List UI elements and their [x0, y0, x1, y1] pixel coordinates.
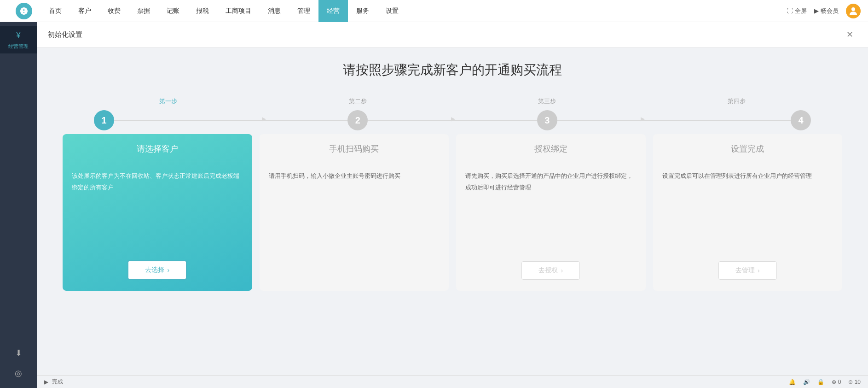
- step-4-circle: 4: [791, 110, 811, 130]
- nav-customer[interactable]: 客户: [70, 0, 99, 22]
- svg-point-0: [851, 7, 855, 11]
- steps-header: 第一步 1 ▶ 第二步 2: [55, 97, 850, 130]
- arrow-2: ▶: [451, 116, 455, 122]
- nav-manage[interactable]: 管理: [289, 0, 318, 22]
- fullscreen-icon: ⛶: [787, 7, 793, 14]
- step-1-btn-arrow: ›: [167, 266, 169, 274]
- step-3-header: 第三步 3 ▶: [452, 97, 642, 130]
- nav-service[interactable]: 服务: [348, 0, 377, 22]
- nav-settings[interactable]: 设置: [377, 0, 407, 22]
- step-3-card: 授权绑定 请先购买，购买后选择开通的产品中的企业用户进行授权绑定，成功后即可进行…: [456, 134, 646, 291]
- nav-bookkeep[interactable]: 记账: [158, 0, 188, 22]
- step-4-btn-label: 去管理: [735, 266, 755, 275]
- step-1-card: 请选择客户 该处展示的客户为不在回收站、客户状态正常建账后完成老板端绑定的所有客…: [63, 134, 252, 291]
- step-2-header: 第二步 2 ▶: [263, 97, 453, 130]
- close-button[interactable]: ✕: [843, 28, 857, 41]
- top-nav: 首页 客户 收费 票据 记账 报税 工商项目 消息 管理 经营 服务 设置 ⛶ …: [0, 0, 868, 22]
- avatar[interactable]: [846, 4, 861, 18]
- bell-icon[interactable]: 🔔: [789, 379, 796, 385]
- step-4-card-body: 设置完成后可以在管理列表进行所有企业用户的经营管理: [653, 161, 843, 254]
- layout: ¥ 经营管理 ⬇ ◎ 初始化设置 ✕ 请按照步骤完成新客户的开通购买流程 第一步: [0, 22, 868, 388]
- sidebar-bottom: ⬇ ◎: [11, 346, 26, 381]
- step-1-card-footer: 去选择 ›: [63, 253, 252, 291]
- step-4-card: 设置完成 设置完成后可以在管理列表进行所有企业用户的经营管理 去管理 ›: [653, 134, 843, 291]
- nav-items: 首页 客户 收费 票据 记账 报税 工商项目 消息 管理 经营 服务 设置: [41, 0, 787, 22]
- arrow-1: ▶: [262, 116, 266, 122]
- status-text: 完成: [52, 378, 63, 386]
- nav-right: ⛶ 全屏 ▶ 畅会员: [787, 4, 861, 18]
- step-1-card-body: 该处展示的客户为不在回收站、客户状态正常建账后完成老板端绑定的所有客户: [63, 161, 252, 253]
- vip-btn[interactable]: ▶ 畅会员: [814, 7, 839, 15]
- step-3-card-footer: 去授权 ›: [456, 254, 646, 291]
- nav-message[interactable]: 消息: [260, 0, 289, 22]
- play-icon-status: ▶: [44, 379, 48, 385]
- cards-row: 请选择客户 该处展示的客户为不在回收站、客户状态正常建账后完成老板端绑定的所有客…: [55, 134, 850, 291]
- step-4-card-footer: 去管理 ›: [653, 254, 843, 291]
- step-1-header: 第一步 1 ▶: [74, 97, 263, 130]
- step-1-card-title: 请选择客户: [63, 134, 252, 161]
- step-2-card: 手机扫码购买 请用手机扫码，输入小微企业主账号密码进行购买: [260, 134, 449, 291]
- step-3-btn-arrow: ›: [561, 267, 563, 274]
- sidebar-item-label: 经营管理: [8, 43, 29, 50]
- page-header: 初始化设置 ✕: [37, 22, 868, 47]
- fullscreen-btn[interactable]: ⛶ 全屏: [787, 7, 807, 15]
- step-4-btn-arrow: ›: [758, 267, 760, 274]
- step-2-label: 第二步: [349, 97, 367, 106]
- nav-operate[interactable]: 经营: [318, 0, 348, 22]
- logo-icon: [16, 3, 32, 19]
- arrow-3: ▶: [641, 116, 645, 122]
- main-title: 请按照步骤完成新客户的开通购买流程: [55, 61, 850, 79]
- yuan-icon: ¥: [13, 30, 24, 41]
- status-bar: ▶ 完成 🔔 🔊 🔒 ⊕ 0 ⊙ 10: [37, 375, 868, 388]
- step-2-card-footer: [260, 272, 449, 291]
- logo: [7, 3, 41, 19]
- circle-count: ⊙ 10: [848, 379, 861, 385]
- vip-label: 畅会员: [821, 7, 839, 15]
- page-title: 初始化设置: [48, 30, 82, 39]
- step-4-header: 第四步 4: [642, 97, 832, 130]
- step-1-btn[interactable]: 去选择 ›: [127, 260, 187, 280]
- nav-charge[interactable]: 收费: [99, 0, 129, 22]
- step-3-card-title: 授权绑定: [456, 134, 646, 161]
- step-2-card-title: 手机扫码购买: [260, 134, 449, 161]
- step-4-btn[interactable]: 去管理 ›: [718, 261, 777, 280]
- nav-business[interactable]: 工商项目: [217, 0, 260, 22]
- status-right: 🔔 🔊 🔒 ⊕ 0 ⊙ 10: [789, 379, 861, 385]
- step-1-circle: 1: [94, 110, 114, 130]
- step-3-label: 第三步: [538, 97, 556, 106]
- nav-invoice[interactable]: 票据: [129, 0, 158, 22]
- fullscreen-label: 全屏: [795, 7, 807, 15]
- step-2-circle: 2: [347, 110, 368, 130]
- sidebar: ¥ 经营管理 ⬇ ◎: [0, 22, 37, 388]
- step-2-card-body: 请用手机扫码，输入小微企业主账号密码进行购买: [260, 161, 449, 272]
- step-4-label: 第四步: [728, 97, 746, 106]
- main-content: 初始化设置 ✕ 请按照步骤完成新客户的开通购买流程 第一步 1 ▶: [37, 22, 868, 388]
- sidebar-item-operate[interactable]: ¥ 经营管理: [0, 26, 37, 53]
- step-1-btn-label: 去选择: [145, 266, 164, 274]
- nav-tax[interactable]: 报税: [188, 0, 217, 22]
- step-1-label: 第一步: [159, 97, 177, 106]
- step-3-btn[interactable]: 去授权 ›: [521, 261, 580, 280]
- add-count: ⊕ 0: [832, 379, 841, 385]
- download-icon[interactable]: ⬇: [11, 346, 26, 360]
- step-3-btn-label: 去授权: [538, 266, 558, 275]
- step-3-circle: 3: [537, 110, 557, 130]
- card-area: 请按照步骤完成新客户的开通购买流程 第一步 1 ▶ 第二步: [37, 47, 868, 375]
- support-icon[interactable]: ◎: [11, 366, 26, 381]
- nav-home[interactable]: 首页: [41, 0, 70, 22]
- lock-icon[interactable]: 🔒: [817, 379, 824, 385]
- play-icon: ▶: [814, 7, 819, 14]
- volume-icon[interactable]: 🔊: [803, 379, 810, 385]
- step-4-card-title: 设置完成: [653, 134, 843, 161]
- step-3-card-body: 请先购买，购买后选择开通的产品中的企业用户进行授权绑定，成功后即可进行经营管理: [456, 161, 646, 254]
